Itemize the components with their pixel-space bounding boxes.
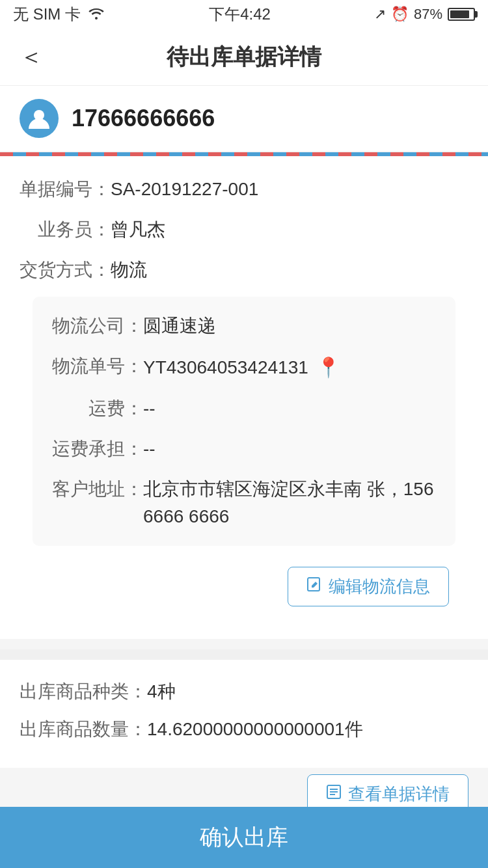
logistics-company-row: 物流公司： 圆通速递 bbox=[52, 312, 436, 340]
logistics-company-label: 物流公司： bbox=[52, 312, 143, 340]
status-left: 无 SIM 卡 bbox=[13, 4, 105, 25]
logistics-freight-label: 运费： bbox=[52, 395, 143, 422]
location-status-icon: ↗ bbox=[374, 6, 386, 23]
logistics-tracking-label: 物流单号： bbox=[52, 353, 143, 380]
time-text: 下午4:42 bbox=[209, 4, 271, 25]
logistics-address-label: 客户地址： bbox=[52, 476, 143, 503]
customer-section: 17666666666 bbox=[0, 86, 488, 151]
tracking-location-icon[interactable]: 📍 bbox=[316, 353, 340, 382]
goods-type-value: 4种 bbox=[147, 679, 468, 704]
logistics-address-row: 客户地址： 北京市市辖区海淀区永丰南 张，156 6666 6666 bbox=[52, 476, 436, 530]
order-info-section: 单据编号： SA-20191227-001 业务员： 曾凡杰 交货方式： 物流 … bbox=[0, 156, 488, 639]
goods-section: 出库商品种类： 4种 出库商品数量： 14.62000000000000001件 bbox=[0, 660, 488, 768]
delivery-label: 交货方式： bbox=[20, 256, 111, 284]
edit-logistics-button[interactable]: 编辑物流信息 bbox=[288, 567, 449, 606]
logistics-tracking-value: YT43064053424131 📍 bbox=[143, 353, 436, 382]
nav-bar: ＜ 待出库单据详情 bbox=[0, 29, 488, 86]
edit-logistics-label: 编辑物流信息 bbox=[329, 575, 430, 598]
goods-quantity-value: 14.62000000000000001件 bbox=[147, 717, 468, 742]
goods-type-row: 出库商品种类： 4种 bbox=[20, 679, 468, 704]
alarm-icon: ⏰ bbox=[391, 6, 409, 23]
avatar bbox=[20, 99, 59, 138]
edit-logistics-btn-container: 编辑物流信息 bbox=[20, 556, 468, 619]
logistics-freight-value: -- bbox=[143, 395, 436, 422]
wifi-icon bbox=[87, 5, 105, 23]
goods-quantity-label: 出库商品数量： bbox=[20, 717, 147, 742]
logistics-address-value: 北京市市辖区海淀区永丰南 张，156 6666 6666 bbox=[143, 476, 436, 530]
confirm-btn-text: 确认出库 bbox=[200, 824, 288, 849]
battery-icon bbox=[448, 8, 475, 21]
delivery-value: 物流 bbox=[111, 256, 468, 284]
salesman-label: 业务员： bbox=[20, 216, 111, 243]
order-number-value: SA-20191227-001 bbox=[111, 176, 468, 203]
logistics-freight-bearer-value: -- bbox=[143, 435, 436, 463]
battery-text: 87% bbox=[414, 6, 442, 23]
status-bar: 无 SIM 卡 下午4:42 ↗ ⏰ 87% bbox=[0, 0, 488, 29]
logistics-tracking-row: 物流单号： YT43064053424131 📍 bbox=[52, 353, 436, 382]
logistics-card: 物流公司： 圆通速递 物流单号： YT43064053424131 📍 运费： … bbox=[33, 297, 455, 546]
customer-phone: 17666666666 bbox=[72, 105, 215, 132]
list-icon bbox=[326, 784, 342, 804]
page-title: 待出库单据详情 bbox=[167, 42, 321, 72]
order-number-label: 单据编号： bbox=[20, 176, 111, 203]
goods-type-label: 出库商品种类： bbox=[20, 679, 147, 704]
logistics-freight-bearer-label: 运费承担： bbox=[52, 435, 143, 463]
delivery-row: 交货方式： 物流 bbox=[20, 256, 468, 284]
status-right: ↗ ⏰ 87% bbox=[374, 6, 475, 23]
edit-icon bbox=[306, 576, 322, 597]
logistics-freight-row: 运费： -- bbox=[52, 395, 436, 422]
goods-quantity-row: 出库商品数量： 14.62000000000000001件 bbox=[20, 717, 468, 742]
logistics-freight-bearer-row: 运费承担： -- bbox=[52, 435, 436, 463]
salesman-row: 业务员： 曾凡杰 bbox=[20, 216, 468, 243]
logistics-company-value: 圆通速递 bbox=[143, 312, 436, 340]
salesman-value: 曾凡杰 bbox=[111, 216, 468, 243]
confirm-btn-area[interactable]: 确认出库 bbox=[0, 807, 488, 868]
section-divider bbox=[0, 649, 488, 660]
carrier-text: 无 SIM 卡 bbox=[13, 4, 81, 25]
order-number-row: 单据编号： SA-20191227-001 bbox=[20, 176, 468, 203]
back-button[interactable]: ＜ bbox=[20, 41, 43, 73]
view-detail-label: 查看单据详情 bbox=[348, 783, 450, 806]
